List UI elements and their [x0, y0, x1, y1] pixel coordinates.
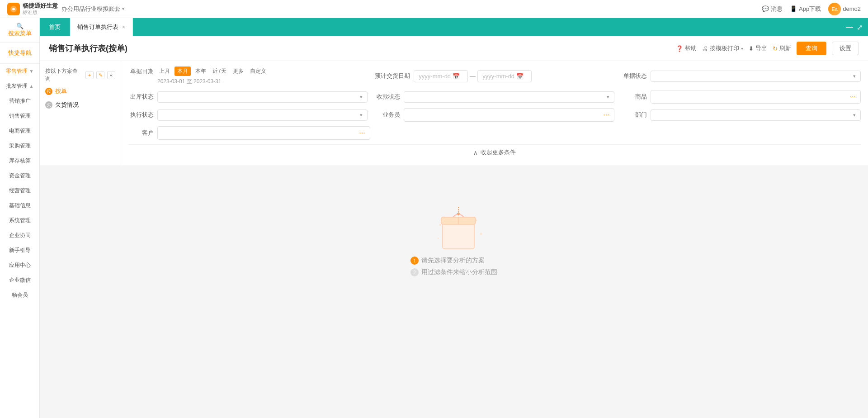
app-download-action[interactable]: 📱 App下载	[790, 5, 821, 13]
app-name-bar[interactable]: 办公用品行业模拟账套 ▾	[61, 5, 124, 13]
exec-status-label: 执行状态	[128, 111, 154, 119]
collect-status-control[interactable]: ▾	[404, 91, 614, 103]
header-left: 畅捷通好生意 标准版 办公用品行业模拟账套 ▾	[7, 2, 124, 15]
calendar-to-icon: 📅	[516, 73, 524, 80]
sidebar-item-sales[interactable]: 销售管理	[0, 109, 39, 124]
sidebar-item-wholesale[interactable]: 批发管理 ▲	[0, 79, 39, 94]
filter-field-expected-date: 预计交货日期 yyyy-mm-dd 📅 — yyyy-mm-dd	[375, 70, 614, 82]
user-area[interactable]: Ea demo2	[828, 3, 861, 15]
refresh-button[interactable]: ↻ 刷新	[773, 44, 791, 52]
tab-home[interactable]: 首页	[40, 18, 70, 36]
scheme-item-shortage[interactable]: 欠 欠货情况	[40, 98, 121, 112]
expected-date-to-text: yyyy-mm-dd	[482, 73, 514, 80]
filter-left-panel: 按以下方案查询 + ✎ « 按 按单 欠 欠货情况	[40, 61, 121, 166]
sidebar-item-purchase[interactable]: 采购管理	[0, 138, 39, 153]
sidebar-item-wechat[interactable]: 企业微信	[0, 273, 39, 288]
refresh-icon: ↻	[773, 45, 778, 52]
sidebar-item-enterprise-collab[interactable]: 企业协同	[0, 228, 39, 243]
message-action[interactable]: 💬 消息	[762, 5, 783, 13]
edit-scheme-button[interactable]: ✎	[96, 71, 104, 79]
sidebar-item-app-center[interactable]: 应用中心	[0, 258, 39, 273]
tab-active[interactable]: 销售订单执行表 ×	[70, 18, 133, 36]
date-tab-this-year[interactable]: 本年	[193, 66, 208, 76]
settings-button[interactable]: 设置	[832, 42, 859, 55]
sidebar-item-marketing[interactable]: 营销推广	[0, 94, 39, 109]
sidebar-item-inventory[interactable]: 库存核算	[0, 153, 39, 168]
salesman-dots-icon[interactable]: ···	[603, 111, 609, 119]
salesman-control[interactable]: ···	[404, 108, 614, 122]
svg-point-8	[438, 238, 439, 239]
export-button[interactable]: ⬇ 导出	[749, 44, 767, 52]
collapse-up-icon: ∧	[473, 149, 478, 156]
print-chevron-icon: ▾	[741, 46, 743, 51]
sidebar-quick-nav-title[interactable]: 快捷导航	[0, 46, 39, 60]
collapse-more-button[interactable]: ∧ 收起更多条件	[128, 144, 861, 160]
sidebar-item-purchase-label: 采购管理	[9, 142, 31, 150]
sidebar-item-wechat-label: 企业微信	[9, 276, 31, 284]
filter-field-collect-status: 收款状态 ▾	[375, 91, 614, 103]
print-button[interactable]: 🖨 按模板打印 ▾	[702, 44, 743, 52]
dept-control[interactable]: ▾	[651, 109, 861, 121]
tab-maximize-icon[interactable]: ⤢	[857, 23, 863, 32]
scheme-icon-by-order: 按	[45, 88, 52, 95]
sidebar-item-wholesale-label: 批发管理	[6, 82, 28, 90]
expected-date-control[interactable]: yyyy-mm-dd 📅 — yyyy-mm-dd 📅	[414, 70, 532, 82]
calendar-from-icon: 📅	[453, 73, 460, 80]
app-download-label: App下载	[799, 5, 821, 13]
tab-minimize-icon[interactable]: —	[846, 23, 853, 31]
product-dots-icon[interactable]: ···	[850, 93, 856, 101]
exec-status-control[interactable]: ▾	[157, 109, 368, 121]
tab-bar: 首页 销售订单执行表 × — ⤢	[40, 18, 868, 36]
date-tab-custom[interactable]: 自定义	[248, 66, 268, 76]
sidebar-item-beginner[interactable]: 新手引导	[0, 243, 39, 258]
sidebar-item-beginner-label: 新手引导	[9, 247, 31, 254]
sidebar-item-operations[interactable]: 经营管理	[0, 183, 39, 198]
app-name-chevron-icon[interactable]: ▾	[122, 6, 124, 11]
query-button[interactable]: 查询	[797, 42, 826, 55]
date-tab-7days[interactable]: 近7天	[211, 66, 228, 76]
date-tab-last-month[interactable]: 上月	[157, 66, 172, 76]
sidebar-item-finance[interactable]: 资金管理	[0, 168, 39, 183]
add-scheme-button[interactable]: +	[85, 71, 94, 79]
customer-control[interactable]: ···	[157, 126, 370, 140]
svg-rect-1	[443, 223, 474, 249]
product-control[interactable]: ···	[651, 90, 861, 104]
help-button[interactable]: ❓ 帮助	[676, 44, 697, 52]
empty-tip-2: 2 用过滤条件来缩小分析范围	[410, 268, 497, 276]
empty-tip-1: 1 请先选择要分析的方案	[410, 256, 497, 265]
tab-close-icon[interactable]: ×	[122, 24, 125, 30]
date-tab-this-month[interactable]: 本月	[175, 66, 191, 76]
scheme-icon-shortage: 欠	[45, 101, 52, 109]
scheme-item-by-order[interactable]: 按 按单	[40, 85, 121, 98]
date-tab-more[interactable]: 更多	[231, 66, 245, 76]
filter-panel: 按以下方案查询 + ✎ « 按 按单 欠 欠货情况	[40, 61, 868, 166]
logo-area: 畅捷通好生意 标准版	[7, 2, 58, 15]
logo-text: 畅捷通好生意 标准版	[23, 2, 58, 15]
sidebar-item-ecommerce[interactable]: 电商管理	[0, 124, 39, 138]
expected-date-to[interactable]: yyyy-mm-dd 📅	[477, 70, 532, 82]
filter-field-bill-date: 单据日期 上月 本月 本年 近7天 更多 自定义	[128, 66, 368, 86]
main-layout: 🔍 搜索菜单 快捷导航 零售管理 ▼ 批发管理 ▲ 营销推广 销售管理 电商管理…	[0, 18, 868, 418]
sidebar-item-member[interactable]: 畅会员	[0, 288, 39, 303]
sidebar-item-system[interactable]: 系统管理	[0, 213, 39, 228]
out-status-control[interactable]: ▾	[157, 91, 368, 103]
sidebar-item-enterprise-collab-label: 企业协同	[9, 232, 31, 239]
filter-row-4: 客户 ···	[128, 126, 861, 140]
filter-row-3: 执行状态 ▾ 业务员 ···	[128, 108, 861, 122]
sidebar-search[interactable]: 🔍 搜索菜单	[0, 18, 39, 43]
empty-num-2-icon: 2	[410, 268, 419, 276]
sidebar-item-basic-info[interactable]: 基础信息	[0, 198, 39, 213]
bill-status-control[interactable]: ▾	[651, 71, 861, 82]
print-label: 按模板打印	[710, 44, 739, 52]
sidebar-item-retail[interactable]: 零售管理 ▼	[0, 64, 39, 79]
filter-right-panel: 单据日期 上月 本月 本年 近7天 更多 自定义	[121, 61, 868, 166]
filter-field-out-status: 出库状态 ▾	[128, 91, 368, 103]
refresh-label: 刷新	[779, 44, 791, 52]
out-status-label: 出库状态	[128, 93, 154, 101]
collapse-scheme-button[interactable]: «	[107, 71, 115, 79]
bill-status-label: 单据状态	[622, 72, 647, 80]
sidebar-item-retail-label: 零售管理	[6, 67, 28, 75]
expected-date-from[interactable]: yyyy-mm-dd 📅	[414, 70, 468, 82]
customer-dots-icon[interactable]: ···	[359, 129, 365, 137]
avatar: Ea	[828, 3, 841, 15]
